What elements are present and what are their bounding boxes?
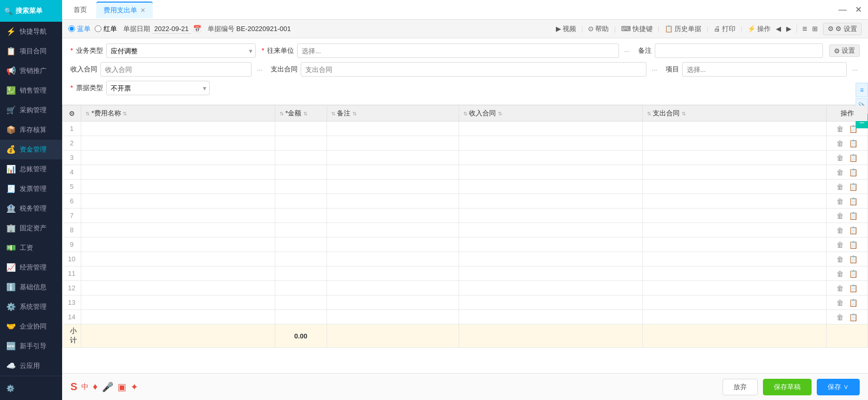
diamond-icon[interactable]: ♦ [93,381,97,392]
row-delete-icon-11[interactable]: 🗑 [836,270,844,278]
row-income-contract-10[interactable] [459,252,642,266]
row-copy-icon-9[interactable]: 📋 [849,241,858,249]
grid-icon[interactable]: ▣ [117,381,126,393]
row-delete-icon-4[interactable]: 🗑 [836,168,844,176]
row-expense-name-5[interactable] [81,180,275,194]
row-notes-10[interactable] [327,252,459,266]
row-expense-contract-14[interactable] [642,310,826,324]
row-expense-name-2[interactable] [81,136,275,151]
row-amount-4[interactable] [275,165,327,180]
sidebar-item-marketing[interactable]: 📢营销推广 [0,61,62,81]
row-expense-contract-3[interactable] [642,151,826,165]
help-btn[interactable]: ⊙ 帮助 [588,24,609,34]
sidebar-item-purchase[interactable]: 🛒采购管理 [0,100,62,120]
sidebar-item-guide[interactable]: 🆕新手引导 [0,336,62,356]
income-contract-dots-btn[interactable]: ··· [255,66,264,73]
row-copy-icon-4[interactable]: 📋 [849,168,858,176]
row-expense-contract-1[interactable] [642,122,826,136]
date-value[interactable]: 2022-09-21 [152,24,191,34]
row-notes-13[interactable] [327,295,459,310]
row-delete-icon-14[interactable]: 🗑 [836,313,844,321]
row-notes-3[interactable] [327,151,459,165]
row-copy-icon-6[interactable]: 📋 [849,197,858,205]
row-income-contract-4[interactable] [459,165,642,180]
row-notes-5[interactable] [327,180,459,194]
tab-expense-bill[interactable]: 费用支出单✕ [96,2,153,18]
row-expense-contract-2[interactable] [642,136,826,151]
form-settings-button[interactable]: ⚙ 设置 [829,45,860,57]
sidebar-item-system[interactable]: ⚙️系统管理 [0,297,62,317]
row-amount-7[interactable] [275,209,327,223]
row-expense-contract-10[interactable] [642,252,826,266]
project-dots-btn[interactable]: ··· [850,66,860,73]
row-expense-contract-11[interactable] [642,266,826,281]
row-copy-icon-2[interactable]: 📋 [849,139,858,147]
col-amount[interactable]: ⇅ *金额 ⇅ [275,106,327,122]
row-notes-12[interactable] [327,281,459,295]
sidebar-item-enterprise[interactable]: 🤝企业协同 [0,317,62,336]
row-amount-9[interactable] [275,238,327,252]
mic-icon[interactable]: 🎤 [102,381,113,393]
row-expense-name-13[interactable] [81,295,275,310]
row-income-contract-12[interactable] [459,281,642,295]
row-amount-12[interactable] [275,281,327,295]
partner-input[interactable] [297,43,619,58]
income-contract-input[interactable] [100,62,252,77]
col-notes[interactable]: ⇅ 备注 ⇅ [327,106,459,122]
row-delete-icon-6[interactable]: 🗑 [836,197,844,205]
row-delete-icon-1[interactable]: 🗑 [836,125,844,133]
row-amount-10[interactable] [275,252,327,266]
row-delete-icon-7[interactable]: 🗑 [836,212,844,220]
sidebar-item-project-contract[interactable]: 📋项目合同 [0,41,62,61]
row-expense-name-1[interactable] [81,122,275,136]
row-notes-2[interactable] [327,136,459,151]
edge-btn-1[interactable]: ≡ [856,83,868,97]
row-notes-4[interactable] [327,165,459,180]
row-amount-11[interactable] [275,266,327,281]
radio-blue[interactable]: 蓝单 [68,24,91,34]
row-copy-icon-10[interactable]: 📋 [849,255,858,263]
minimize-button[interactable]: — [836,5,849,14]
row-income-contract-7[interactable] [459,209,642,223]
view-grid-btn[interactable]: ⊞ [812,25,818,33]
sidebar-item-cloud-apps[interactable]: ☁️云应用 [0,356,62,376]
row-income-contract-5[interactable] [459,180,642,194]
row-expense-name-6[interactable] [81,194,275,209]
sidebar-item-inventory[interactable]: 📦库存核算 [0,120,62,140]
shortcut-btn[interactable]: ⌨ 快捷键 [621,24,653,34]
row-expense-contract-5[interactable] [642,180,826,194]
sidebar-item-fixed-assets[interactable]: 🏢固定资产 [0,218,62,238]
invoice-type-select[interactable]: 不开票 [106,81,210,95]
sidebar-item-base-info[interactable]: ℹ️基础信息 [0,277,62,297]
row-expense-contract-7[interactable] [642,209,826,223]
video-btn[interactable]: ▶ 视频 [556,24,576,34]
row-expense-contract-12[interactable] [642,281,826,295]
row-expense-name-9[interactable] [81,238,275,252]
col-income-contract[interactable]: ⇅ 收入合同 ⇅ [459,106,642,122]
row-copy-icon-7[interactable]: 📋 [849,212,858,220]
history-btn[interactable]: 📋 历史单据 [665,24,701,34]
row-amount-2[interactable] [275,136,327,151]
sidebar-item-quick-nav[interactable]: ⚡快捷导航 [0,22,62,41]
row-notes-14[interactable] [327,310,459,324]
col-expense-name[interactable]: ⇅ *费用名称 ⇅ [81,106,275,122]
sidebar-item-capital[interactable]: 💰资金管理 [0,140,62,159]
row-amount-5[interactable] [275,180,327,194]
row-expense-contract-9[interactable] [642,238,826,252]
row-notes-9[interactable] [327,238,459,252]
row-income-contract-1[interactable] [459,122,642,136]
row-delete-icon-10[interactable]: 🗑 [836,255,844,263]
row-income-contract-8[interactable] [459,223,642,238]
row-delete-icon-13[interactable]: 🗑 [836,299,844,307]
expense-contract-input[interactable] [301,62,646,77]
s-icon[interactable]: S [70,381,77,393]
row-copy-icon-14[interactable]: 📋 [849,313,858,321]
discard-button[interactable]: 放弃 [723,379,758,395]
row-expense-name-12[interactable] [81,281,275,295]
row-expense-name-11[interactable] [81,266,275,281]
row-notes-7[interactable] [327,209,459,223]
row-delete-icon-2[interactable]: 🗑 [836,139,844,147]
sidebar-item-sales[interactable]: 💹销售管理 [0,81,62,100]
row-amount-6[interactable] [275,194,327,209]
row-delete-icon-5[interactable]: 🗑 [836,183,844,191]
